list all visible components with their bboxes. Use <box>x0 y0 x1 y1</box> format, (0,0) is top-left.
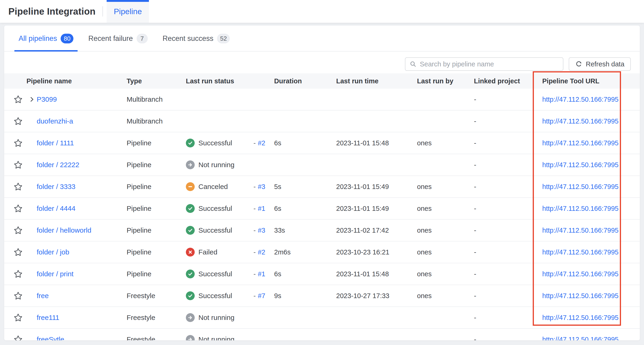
pipeline-name-link[interactable]: folder / 1111 <box>37 139 74 147</box>
pipeline-tool-url-link[interactable]: http://47.112.50.166:7995 <box>542 183 618 191</box>
pipeline-tool-url-link[interactable]: http://47.112.50.166:7995 <box>542 139 618 147</box>
pipeline-name-link[interactable]: duofenzhi-a <box>37 117 73 125</box>
favorite-star-icon[interactable] <box>14 291 23 301</box>
col-type: Type <box>126 77 186 85</box>
col-linked-project: Linked project <box>474 77 537 85</box>
favorite-star-icon[interactable] <box>14 182 23 191</box>
col-last-run-status: Last run status <box>186 77 270 85</box>
favorite-star-icon[interactable] <box>14 95 23 104</box>
pipeline-name-link[interactable]: free <box>37 292 49 300</box>
status-icon <box>186 335 195 340</box>
status-label: Not running <box>198 336 234 340</box>
col-pipeline-name: Pipeline name <box>4 77 126 85</box>
run-dash: - <box>254 248 256 256</box>
pipeline-type: Pipeline <box>126 270 186 278</box>
refresh-data-button[interactable]: Refresh data <box>569 57 631 71</box>
run-number-link[interactable]: #7 <box>258 292 265 300</box>
pipeline-name-link[interactable]: folder / 3333 <box>37 183 76 191</box>
favorite-star-icon[interactable] <box>14 248 23 257</box>
favorite-star-icon[interactable] <box>14 335 23 340</box>
status-icon <box>186 291 195 300</box>
status-label: Successful <box>198 270 232 278</box>
pipeline-tool-url-link[interactable]: http://47.112.50.166:7995 <box>542 270 618 278</box>
col-duration: Duration <box>270 77 336 85</box>
pipeline-tool-url-link[interactable]: http://47.112.50.166:7995 <box>542 205 618 212</box>
pipeline-name-link[interactable]: folder / 4444 <box>37 205 76 212</box>
table-row: P3099 Multibranch - http://47.112.50.166… <box>4 89 640 110</box>
page-title: Pipeline Integration <box>8 6 96 17</box>
table-row: folder / 1111 Pipeline Successful - #2 6… <box>4 132 640 154</box>
count-badge: 80 <box>61 34 74 43</box>
run-number-link[interactable]: #2 <box>258 248 265 256</box>
last-run-time: 2023-11-02 17:42 <box>336 227 417 234</box>
search-input[interactable] <box>420 60 559 68</box>
pipeline-tool-url-link[interactable]: http://47.112.50.166:7995 <box>542 117 618 125</box>
pipeline-name-link[interactable]: folder / 22222 <box>37 161 79 169</box>
linked-project: - <box>474 161 537 169</box>
run-dash: - <box>254 292 256 300</box>
pipeline-name-link[interactable]: folder / helloworld <box>37 226 91 234</box>
favorite-star-icon[interactable] <box>14 138 23 148</box>
tab-all-pipelines[interactable]: All pipelines 80 <box>14 25 78 51</box>
search-box[interactable] <box>405 57 564 71</box>
last-run-time: 2023-11-01 15:48 <box>336 270 417 278</box>
pipeline-name-link[interactable]: folder / job <box>37 248 69 256</box>
pipeline-tool-url-link[interactable]: http://47.112.50.166:7995 <box>542 96 618 103</box>
pipeline-tool-url-link[interactable]: http://47.112.50.166:7995 <box>542 314 618 322</box>
pipeline-type: Multibranch <box>126 117 186 125</box>
duration: 5s <box>270 183 336 191</box>
toolbar: Refresh data <box>4 51 640 73</box>
pipeline-tool-url-link[interactable]: http://47.112.50.166:7995 <box>542 248 618 256</box>
status-label: Not running <box>198 314 234 322</box>
col-last-run-time: Last run time <box>336 77 417 85</box>
run-number-link[interactable]: #3 <box>258 227 265 234</box>
pipeline-name-link[interactable]: folder / print <box>37 270 74 278</box>
top-bar: Pipeline Integration Pipeline <box>0 0 644 23</box>
table-row: folder / 4444 Pipeline Successful - #1 6… <box>4 198 640 220</box>
pipeline-name-link[interactable]: freeSytle <box>37 336 64 340</box>
pipeline-type: Freestyle <box>126 336 186 340</box>
pipeline-type: Freestyle <box>126 314 186 322</box>
favorite-star-icon[interactable] <box>14 269 23 279</box>
page-tab-pipeline[interactable]: Pipeline <box>107 0 149 23</box>
pipeline-name-link[interactable]: free111 <box>37 314 59 322</box>
linked-project: - <box>474 270 537 278</box>
run-number-link[interactable]: #3 <box>258 183 265 191</box>
table-row: folder / 22222 Pipeline Not running - ht… <box>4 154 640 176</box>
status-label: Canceled <box>198 183 228 191</box>
tab-recent-success[interactable]: Recent success 52 <box>158 25 234 51</box>
run-number-link[interactable]: #2 <box>258 139 265 147</box>
run-number-link[interactable]: #1 <box>258 205 265 212</box>
last-run-time: 2023-11-01 15:49 <box>336 183 417 191</box>
pipelines-tabs: All pipelines 80 Recent failure 7 Recent… <box>4 25 640 51</box>
status-label: Successful <box>198 292 232 300</box>
pipeline-tool-url-link[interactable]: http://47.112.50.166:7995 <box>542 227 618 234</box>
magnifier-icon <box>410 61 416 67</box>
pipeline-type: Pipeline <box>126 139 186 147</box>
run-number-link[interactable]: #1 <box>258 270 265 278</box>
linked-project: - <box>474 205 537 212</box>
count-badge: 7 <box>136 34 148 43</box>
tab-label: All pipelines <box>18 34 57 43</box>
pipeline-type: Pipeline <box>126 183 186 191</box>
favorite-star-icon[interactable] <box>14 160 23 169</box>
favorite-star-icon[interactable] <box>14 204 23 213</box>
expand-chevron-icon[interactable] <box>28 96 35 103</box>
refresh-label: Refresh data <box>586 60 624 68</box>
pipeline-name-link[interactable]: P3099 <box>37 95 57 103</box>
favorite-star-icon[interactable] <box>14 313 23 322</box>
linked-project: - <box>474 95 537 103</box>
pipeline-tool-url-link[interactable]: http://47.112.50.166:7995 <box>542 161 618 169</box>
last-run-by: ones <box>417 183 474 191</box>
duration: 33s <box>270 227 336 234</box>
pipeline-type: Pipeline <box>126 226 186 234</box>
status-icon <box>186 226 195 235</box>
status-cell: Not running <box>186 160 246 169</box>
status-icon <box>186 248 195 257</box>
table-header: Pipeline name Type Last run status Durat… <box>4 73 640 89</box>
pipeline-tool-url-link[interactable]: http://47.112.50.166:7995 <box>542 336 618 341</box>
favorite-star-icon[interactable] <box>14 226 23 235</box>
favorite-star-icon[interactable] <box>14 117 23 126</box>
tab-recent-failure[interactable]: Recent failure 7 <box>84 25 152 51</box>
pipeline-tool-url-link[interactable]: http://47.112.50.166:7995 <box>542 292 618 300</box>
